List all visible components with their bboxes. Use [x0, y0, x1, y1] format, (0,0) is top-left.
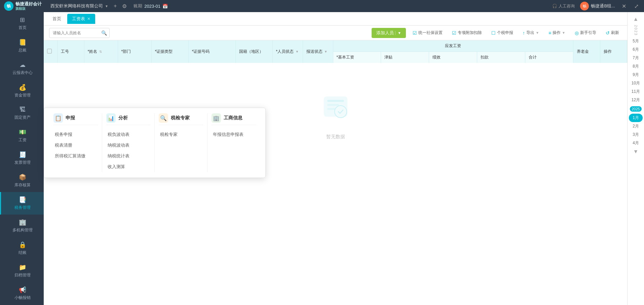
sidebar-item-fund[interactable]: 💰 资金管理	[0, 80, 44, 102]
expand-window-button[interactable]: ⤢	[633, 2, 640, 11]
timeline-month-2023-7[interactable]: 7月	[628, 54, 644, 62]
tab-salary-label: 工资表	[72, 16, 85, 22]
th-base-salary: *基本工资	[333, 52, 381, 63]
sidebar-item-ledger[interactable]: 📒 总账	[0, 35, 44, 57]
company-selector[interactable]: 西安虾米网络科技有限公司 ▼	[50, 3, 108, 9]
select-all-checkbox[interactable]	[47, 49, 52, 53]
export-button[interactable]: ↑ 导出 ▼	[520, 29, 542, 37]
sidebar-item-tax[interactable]: 📑 税务管理	[0, 192, 44, 215]
period-value[interactable]: 2023-01	[144, 4, 160, 9]
sidebar-item-salary[interactable]: 💵 工资	[0, 124, 44, 147]
dropdown-item-tax-wave[interactable]: 纳税波动表	[106, 140, 151, 151]
th-id-type: *证据类型	[151, 40, 188, 63]
th-deduction: 扣款	[477, 52, 525, 63]
dropdown-item-tax-form-clear[interactable]: 税表清册	[53, 140, 98, 151]
sidebar: ⊞ 首页 📒 总账 ☁ 云报表中心 💰 资金管理 🏗 固定资产 💵 工资 🧾 发…	[0, 12, 44, 305]
calendar-icon[interactable]: 📅	[162, 4, 168, 9]
timeline-month-2023-9[interactable]: 9月	[628, 71, 644, 79]
add-person-button[interactable]: 添加人员 ▼	[372, 28, 406, 38]
tax-return-button[interactable]: ☐ 个税申报	[489, 29, 516, 37]
social-insurance-button[interactable]: ☑ 统一社保设置	[410, 29, 445, 37]
sidebar-item-cloud-report[interactable]: ☁ 云报表中心	[0, 57, 44, 80]
dropdown-item-income-calc[interactable]: 收入测算	[106, 161, 151, 172]
tab-salary[interactable]: 工资表 ✕	[67, 14, 95, 24]
timeline-month-2025-4[interactable]: 4月	[628, 139, 644, 147]
sidebar-label-closing: 结账	[18, 250, 27, 256]
support-button[interactable]: 🎧 人工咨询	[552, 3, 575, 9]
tab-bar: 首页 工资表 ✕	[44, 12, 627, 26]
refresh-label: 刷新	[611, 30, 619, 36]
sidebar-item-archive[interactable]: 📁 归档管理	[0, 260, 44, 282]
timeline-down-arrow[interactable]: ▼	[632, 147, 640, 156]
dropdown-col-analysis-header: 📊 分析	[106, 113, 151, 125]
th-salary-group: 应发工资	[333, 40, 573, 52]
no-data-text: 暂无数据	[326, 134, 345, 140]
sidebar-label-inventory: 库存核算	[14, 182, 31, 188]
business-info-header-icon: 🏢	[212, 113, 221, 123]
dropdown-item-tax-declaration[interactable]: 税务申报	[53, 129, 98, 140]
operation-button[interactable]: ≡ 操作 ▼	[546, 29, 568, 37]
xiao-chang-icon: 📢	[19, 286, 26, 294]
timeline-month-2025-1[interactable]: 1月	[629, 114, 643, 122]
refresh-button[interactable]: ↺ 刷新	[603, 29, 622, 37]
dropdown-item-income-tax-calc[interactable]: 所得税汇算清缴	[53, 151, 98, 161]
th-performance: 绩效	[429, 52, 477, 63]
sort-icon[interactable]: ⇅	[99, 50, 102, 53]
sidebar-item-xiao-chang[interactable]: 📢 小畅报销	[0, 282, 44, 305]
sidebar-item-inventory[interactable]: 📦 库存核算	[0, 169, 44, 192]
dropdown-item-annual-report[interactable]: 年报信息申报表	[212, 129, 256, 140]
svg-rect-1	[327, 100, 344, 102]
timeline-month-2023-11[interactable]: 11月	[628, 87, 644, 96]
search-input[interactable]	[49, 28, 110, 38]
timeline-month-2023-6[interactable]: 6月	[628, 45, 644, 54]
timeline-month-2023-5[interactable]: 5月	[628, 37, 644, 45]
sidebar-item-home[interactable]: ⊞ 首页	[0, 12, 44, 35]
sidebar-item-fixed-assets[interactable]: 🏗 固定资产	[0, 102, 44, 124]
dropdown-item-tax-burden[interactable]: 税负波动表	[106, 129, 151, 140]
close-window-button[interactable]: ✕	[620, 2, 628, 11]
status-filter-icon[interactable]: ▼	[296, 50, 299, 53]
th-name-label: 姓名	[89, 49, 97, 54]
tab-close-icon[interactable]: ✕	[87, 16, 90, 21]
dropdown-item-tax-expert[interactable]: 税检专家	[159, 129, 203, 140]
period-area: 账期 2023-01 📅	[134, 3, 168, 9]
th-dept: *部门	[118, 40, 151, 63]
settings-icon[interactable]: ⚙	[121, 2, 128, 11]
right-panel: ▲ 2023 5月 6月 7月 8月 9月 10月 11月 12月 2025 1…	[627, 12, 644, 305]
tax-icon: 📑	[19, 196, 26, 203]
sidebar-item-multi-org[interactable]: 🏢 多机构管理	[0, 215, 44, 237]
timeline-month-2025-3[interactable]: 3月	[628, 130, 644, 139]
timeline-month-2023-8[interactable]: 8月	[628, 62, 644, 71]
support-label: 人工咨询	[559, 3, 575, 9]
app-title: 畅捷通好会计	[15, 1, 42, 7]
analysis-header-icon: 📊	[106, 113, 116, 123]
tab-home[interactable]: 首页	[48, 14, 66, 24]
special-deduction-button[interactable]: ☑ 专项附加扣除	[449, 29, 485, 37]
report-filter-icon[interactable]: ▼	[324, 50, 328, 53]
logo-text: 畅捷通好会计 旗舰版	[15, 1, 42, 11]
refresh-icon: ↺	[606, 30, 610, 36]
sidebar-label-salary: 工资	[18, 137, 27, 143]
add-person-label: 添加人员	[376, 30, 394, 36]
timeline-month-2023-12[interactable]: 12月	[628, 96, 644, 104]
timeline-up-arrow[interactable]: ▲	[632, 15, 640, 24]
sidebar-label-cloud-report: 云报表中心	[12, 70, 33, 76]
timeline-month-2023-10[interactable]: 10月	[628, 79, 644, 87]
dropdown-item-tax-stat[interactable]: 纳税统计表	[106, 151, 151, 161]
operation-arrow-icon: ▼	[562, 31, 565, 35]
invoice-icon: 🧾	[19, 151, 26, 158]
sidebar-item-closing[interactable]: 🔒 结账	[0, 237, 44, 260]
guide-button[interactable]: ◎ 新手引导	[572, 29, 599, 37]
search-wrap: 🔍	[49, 28, 110, 38]
add-company-button[interactable]: +	[112, 2, 118, 10]
income-calc-label: 收入测算	[108, 164, 125, 169]
toolbar: 🔍 添加人员 ▼ ☑ 统一社保设置 ☑ 专项附加扣除 ☐ 个税申报 ↑ 导出	[44, 26, 627, 40]
user-area[interactable]: 畅 畅捷通B组...	[580, 2, 615, 10]
sidebar-item-invoice[interactable]: 🧾 发票管理	[0, 147, 44, 169]
analysis-header-label: 分析	[118, 115, 128, 121]
timeline-month-2025-2[interactable]: 2月	[628, 122, 644, 130]
home-icon: ⊞	[20, 16, 25, 24]
app-subtitle: 旗舰版	[15, 7, 42, 11]
th-id-no: *证据号码	[188, 40, 235, 63]
income-tax-calc-label: 所得税汇算清缴	[55, 153, 85, 158]
